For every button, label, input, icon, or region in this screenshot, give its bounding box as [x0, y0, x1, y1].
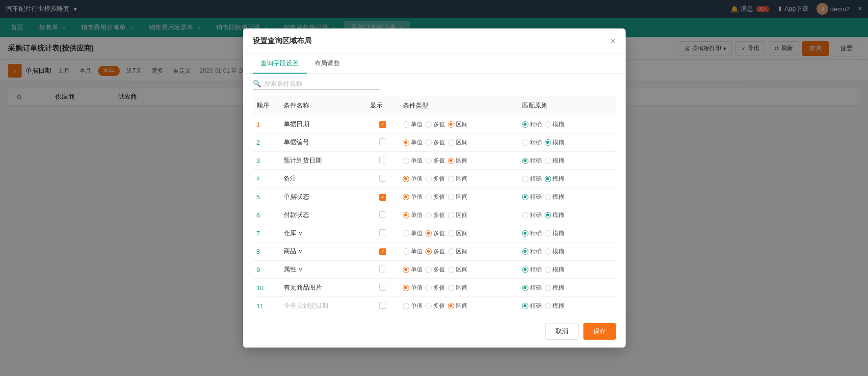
- type-option-多值[interactable]: 多值: [425, 193, 445, 201]
- match-option-模糊[interactable]: 模糊: [545, 120, 564, 129]
- type-option-单值[interactable]: 单值: [403, 229, 422, 238]
- match-radio-模糊[interactable]: [545, 158, 551, 164]
- match-option-精确[interactable]: 精确: [522, 266, 542, 274]
- cancel-button[interactable]: 取消: [545, 323, 579, 340]
- row-show-checkbox[interactable]: [366, 242, 398, 261]
- radio-单值[interactable]: [403, 303, 409, 309]
- radio-区间[interactable]: [448, 139, 454, 146]
- match-option-模糊[interactable]: 模糊: [545, 284, 564, 292]
- match-radio-模糊[interactable]: [545, 230, 551, 237]
- radio-单值[interactable]: [403, 194, 409, 200]
- match-radio-模糊[interactable]: [545, 121, 551, 128]
- type-option-单值[interactable]: 单值: [403, 302, 422, 310]
- type-option-多值[interactable]: 多值: [425, 138, 445, 147]
- match-option-模糊[interactable]: 模糊: [545, 138, 564, 147]
- radio-多值[interactable]: [425, 158, 432, 164]
- radio-区间[interactable]: [448, 121, 454, 128]
- row-show-checkbox[interactable]: [366, 115, 398, 134]
- checkbox-show[interactable]: [379, 302, 386, 309]
- row-show-checkbox[interactable]: [366, 134, 398, 152]
- match-radio-精确[interactable]: [522, 121, 528, 128]
- match-radio-模糊[interactable]: [545, 194, 551, 200]
- radio-区间[interactable]: [448, 285, 454, 291]
- type-option-多值[interactable]: 多值: [425, 284, 445, 292]
- match-option-精确[interactable]: 精确: [522, 193, 542, 201]
- radio-多值[interactable]: [425, 176, 432, 182]
- type-option-区间[interactable]: 区间: [448, 157, 468, 165]
- row-show-checkbox[interactable]: [366, 152, 398, 170]
- radio-单值[interactable]: [403, 139, 409, 146]
- row-show-checkbox[interactable]: [366, 279, 398, 297]
- type-option-单值[interactable]: 单值: [403, 211, 422, 219]
- match-option-精确[interactable]: 精确: [522, 138, 542, 147]
- match-radio-模糊[interactable]: [545, 267, 551, 273]
- radio-单值[interactable]: [403, 176, 409, 182]
- match-option-精确[interactable]: 精确: [522, 229, 542, 238]
- match-radio-模糊[interactable]: [545, 303, 551, 309]
- save-button[interactable]: 保存: [583, 323, 616, 340]
- match-radio-精确[interactable]: [522, 212, 528, 218]
- row-show-checkbox[interactable]: [366, 261, 398, 279]
- match-option-精确[interactable]: 精确: [522, 247, 542, 256]
- checkbox-show[interactable]: [379, 284, 386, 291]
- radio-多值[interactable]: [425, 230, 432, 237]
- type-option-多值[interactable]: 多值: [425, 247, 445, 256]
- radio-多值[interactable]: [425, 248, 432, 255]
- match-radio-模糊[interactable]: [545, 139, 551, 146]
- checkbox-show[interactable]: [379, 211, 386, 218]
- type-option-单值[interactable]: 单值: [403, 266, 422, 274]
- radio-单值[interactable]: [403, 267, 409, 273]
- type-option-区间[interactable]: 区间: [448, 302, 468, 310]
- match-option-模糊[interactable]: 模糊: [545, 193, 564, 201]
- radio-区间[interactable]: [448, 194, 454, 200]
- type-option-区间[interactable]: 区间: [448, 266, 468, 274]
- modal-close-button[interactable]: ×: [610, 37, 616, 46]
- type-option-区间[interactable]: 区间: [448, 120, 468, 129]
- modal-tab-query-fields[interactable]: 查询字段设置: [253, 54, 307, 74]
- type-option-单值[interactable]: 单值: [403, 193, 422, 201]
- type-option-多值[interactable]: 多值: [425, 266, 445, 274]
- match-option-精确[interactable]: 精确: [522, 120, 542, 129]
- match-option-精确[interactable]: 精确: [522, 175, 542, 183]
- radio-多值[interactable]: [425, 267, 432, 273]
- type-option-多值[interactable]: 多值: [425, 211, 445, 219]
- type-option-单值[interactable]: 单值: [403, 247, 422, 256]
- match-radio-精确[interactable]: [522, 285, 528, 291]
- match-radio-模糊[interactable]: [545, 176, 551, 182]
- row-show-checkbox[interactable]: [366, 170, 398, 188]
- match-option-模糊[interactable]: 模糊: [545, 211, 564, 219]
- checkbox-show[interactable]: [379, 248, 386, 255]
- checkbox-show[interactable]: [379, 194, 386, 201]
- match-option-精确[interactable]: 精确: [522, 211, 542, 219]
- type-option-区间[interactable]: 区间: [448, 211, 468, 219]
- type-option-多值[interactable]: 多值: [425, 229, 445, 238]
- type-option-单值[interactable]: 单值: [403, 138, 422, 147]
- search-input[interactable]: [264, 80, 380, 87]
- checkbox-show[interactable]: [379, 121, 386, 128]
- type-option-区间[interactable]: 区间: [448, 284, 468, 292]
- modal-tab-layout[interactable]: 布局调整: [307, 54, 348, 74]
- radio-单值[interactable]: [403, 212, 409, 218]
- radio-单值[interactable]: [403, 121, 409, 128]
- match-option-模糊[interactable]: 模糊: [545, 266, 564, 274]
- match-radio-精确[interactable]: [522, 158, 528, 164]
- type-option-区间[interactable]: 区间: [448, 229, 468, 238]
- type-option-多值[interactable]: 多值: [425, 120, 445, 129]
- match-option-模糊[interactable]: 模糊: [545, 229, 564, 238]
- match-option-模糊[interactable]: 模糊: [545, 175, 564, 183]
- radio-区间[interactable]: [448, 176, 454, 182]
- type-option-区间[interactable]: 区间: [448, 138, 468, 147]
- type-option-单值[interactable]: 单值: [403, 157, 422, 165]
- match-option-模糊[interactable]: 模糊: [545, 302, 564, 310]
- type-option-区间[interactable]: 区间: [448, 247, 468, 256]
- match-radio-模糊[interactable]: [545, 248, 551, 255]
- checkbox-show[interactable]: [379, 157, 386, 163]
- match-radio-模糊[interactable]: [545, 285, 551, 291]
- row-show-checkbox[interactable]: [366, 224, 398, 242]
- type-option-单值[interactable]: 单值: [403, 120, 422, 129]
- checkbox-show[interactable]: [379, 138, 386, 145]
- modal-overlay[interactable]: 设置查询区域布局 × 查询字段设置 布局调整 🔍 顺序 条件名称 显示: [0, 0, 868, 376]
- checkbox-show[interactable]: [379, 229, 386, 236]
- radio-区间[interactable]: [448, 267, 454, 273]
- match-radio-精确[interactable]: [522, 176, 528, 182]
